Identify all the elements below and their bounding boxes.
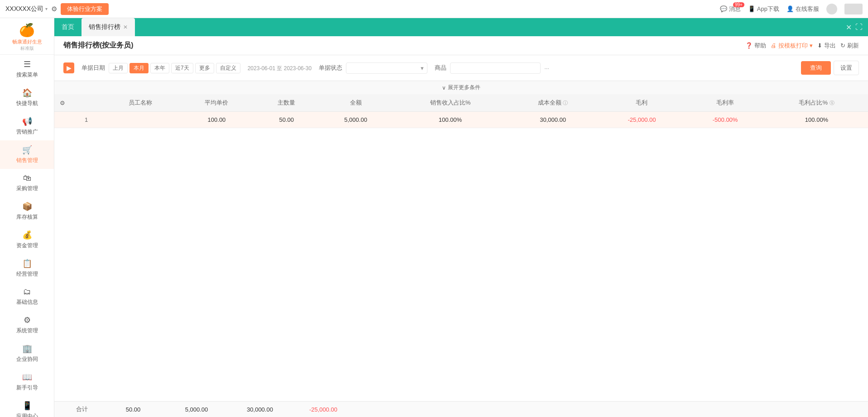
footer-cost: 30,000.00 [242,406,278,413]
col-gross-rate: 毛利率 [685,94,765,112]
sidebar-label: 营销推广 [16,128,38,136]
message-button[interactable]: 💬 消息 99+ [720,5,741,13]
tab-sales-rank[interactable]: 销售排行榜 ✕ [82,18,135,36]
table-body: 1 100.00 50.00 5,000.00 100.00% 30,000.0… [54,112,868,128]
sidebar-label: 采购管理 [16,185,38,192]
sidebar-item-inventory[interactable]: 📦 库存核算 [0,197,54,225]
sidebar: 🍊 畅康通好生意 标准版 ☰ 搜索菜单 🏠 快捷导航 📢 营销推广 🛒 销售管理… [0,18,54,417]
sidebar-item-operation[interactable]: 📋 经营管理 [0,254,54,283]
date-label: 单据日期 [82,64,105,72]
sidebar-item-quick-nav[interactable]: 🏠 快捷导航 [0,83,54,112]
message-badge: 99+ [733,2,744,7]
date-range-display: 2023-06-01 至 2023-06-30 [248,65,312,72]
sidebar-item-enterprise[interactable]: 🏢 企业协同 [0,339,54,368]
date-btn-this-month[interactable]: 本月 [129,63,149,73]
home-icon: 🏠 [22,88,32,98]
date-btn-last-month[interactable]: 上月 [109,63,128,73]
tab-expand-icon[interactable]: ⛶ [855,23,863,31]
filter-toggle-button[interactable]: ▶ [63,62,74,73]
sidebar-label: 搜索菜单 [16,71,38,79]
col-amount: 全额 [318,94,393,112]
table-row: 1 100.00 50.00 5,000.00 100.00% 30,000.0… [54,112,868,128]
export-button[interactable]: ⬇ 导出 [817,42,836,50]
gross-pct-info-icon[interactable]: ⓢ [830,100,834,105]
cell-avg-price: 100.00 [178,112,255,128]
app-download-button[interactable]: 📱 App下载 [748,5,779,13]
sidebar-item-app-center[interactable]: 📱 应用中心 [0,396,54,417]
date-btn-this-year[interactable]: 本年 [150,63,169,73]
avatar[interactable] [826,4,837,14]
tab-home-label: 首页 [62,23,74,31]
service-icon: 👤 [786,5,794,12]
sidebar-item-basic-info[interactable]: 🗂 基础信息 [0,283,54,311]
col-quantity: 主数量 [255,94,318,112]
filter-actions: 查询 设置 [801,61,859,75]
col-gross: 毛利 [599,94,685,112]
help-icon: ❓ [745,42,753,49]
trial-button[interactable]: 体验行业方案 [61,3,109,15]
sidebar-item-purchase[interactable]: 🛍 采购管理 [0,169,54,197]
export-icon: ⬇ [817,42,822,49]
enterprise-icon: 🏢 [22,344,32,354]
sidebar-item-guide[interactable]: 📖 新手引导 [0,368,54,396]
help-button[interactable]: ❓ 帮助 [745,42,766,50]
data-table-wrap: ⚙ 员工名称 平均单价 主数量 全额 销售收入占比% 成本全额 ⓘ 毛利 [54,94,868,401]
user-menu[interactable] [844,4,863,14]
settings-icon[interactable]: ⚙ [51,5,57,13]
tab-close-icon[interactable]: ✕ [123,24,128,30]
col-rank [71,94,102,112]
company-selector[interactable]: XXXXXX公司 ▾ [5,5,48,13]
sidebar-item-marketing[interactable]: 📢 营销推广 [0,112,54,140]
table-footer: 合计 50.00 5,000.00 30,000.00 -25,000.00 [54,401,868,417]
col-gear[interactable]: ⚙ [54,94,71,112]
sidebar-item-system[interactable]: ⚙ 系统管理 [0,311,54,339]
sidebar-label: 新手引导 [16,384,38,392]
footer-gross: -25,000.00 [305,406,341,413]
sidebar-label: 企业协同 [16,355,38,363]
cell-gross-rate: -500.00% [685,112,765,128]
data-table: ⚙ 员工名称 平均单价 主数量 全额 销售收入占比% 成本全额 ⓘ 毛利 [54,94,868,128]
sidebar-item-finance[interactable]: 💰 资金管理 [0,225,54,254]
goods-input[interactable] [450,62,541,74]
expand-label: 展开更多条件 [448,84,480,91]
phone-icon: 📱 [748,5,755,12]
online-service-label: 在线客服 [796,5,819,13]
status-select[interactable] [346,62,427,74]
page-actions: ❓ 帮助 🖨 按模板打印 ▾ ⬇ 导出 ↻ 刷新 [745,42,859,50]
date-btn-7days[interactable]: 近7天 [171,63,193,73]
content-area: 首页 销售排行榜 ✕ ✕ ⛶ 销售排行榜(按业务员) ❓ 帮助 [54,18,868,417]
more-options-btn[interactable]: ··· [544,65,549,72]
settings-button[interactable]: 设置 [834,61,859,75]
tab-home[interactable]: 首页 [54,18,82,36]
refresh-icon: ↻ [840,42,845,49]
tab-sales-rank-label: 销售排行榜 [89,23,120,31]
sales-icon: 🛒 [22,145,32,155]
print-chevron-icon: ▾ [810,42,813,49]
expand-more-bar[interactable]: ∨ 展开更多条件 [54,81,868,94]
print-button[interactable]: 🖨 按模板打印 ▾ [771,42,813,50]
refresh-button[interactable]: ↻ 刷新 [840,42,859,50]
app-center-icon: 📱 [22,401,32,411]
footer-quantity: 50.00 [115,406,151,413]
company-name: XXXXXX公司 [5,5,43,13]
cost-info-icon[interactable]: ⓘ [563,100,568,105]
tab-minimize-icon[interactable]: ✕ [846,23,852,32]
page-header: 销售排行榜(按业务员) ❓ 帮助 🖨 按模板打印 ▾ ⬇ 导出 [54,36,868,55]
status-select-wrap [346,62,427,74]
cell-revenue-pct: 100.00% [393,112,507,128]
footer-amount: 5,000.00 [178,406,215,413]
purchase-icon: 🛍 [23,173,31,183]
online-service-button[interactable]: 👤 在线客服 [786,5,819,13]
table-header: ⚙ 员工名称 平均单价 主数量 全额 销售收入占比% 成本全额 ⓘ 毛利 [54,94,868,112]
refresh-label: 刷新 [847,42,859,50]
sidebar-item-sales[interactable]: 🛒 销售管理 [0,140,54,169]
query-button[interactable]: 查询 [801,61,831,75]
cell-gear [54,112,71,128]
date-btn-more[interactable]: 更多 [195,63,214,73]
tab-controls: ✕ ⛶ [846,23,868,32]
inventory-icon: 📦 [22,201,32,211]
sidebar-item-search-order[interactable]: ☰ 搜索菜单 [0,55,54,83]
col-gross-pct: 毛利占比% ⓢ [765,94,868,112]
status-filter: 单据状态 [319,62,427,74]
date-btn-custom[interactable]: 自定义 [216,63,240,73]
